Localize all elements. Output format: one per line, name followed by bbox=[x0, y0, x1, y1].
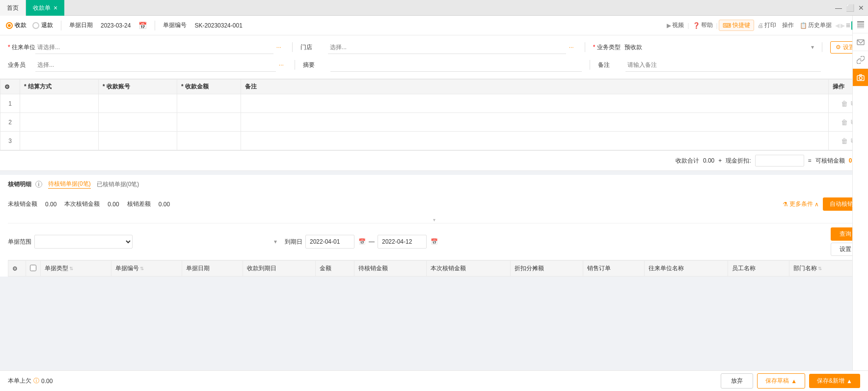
business-type-arrow[interactable]: ▾ bbox=[811, 44, 814, 51]
gear-icon[interactable]: ⚙ bbox=[4, 84, 10, 90]
account-input-1[interactable] bbox=[99, 94, 177, 112]
counterparty-input[interactable] bbox=[35, 40, 273, 54]
account-cell-1[interactable] bbox=[99, 94, 177, 113]
sidebar-table-icon[interactable] bbox=[853, 16, 868, 33]
calendar-icon[interactable]: 📅 bbox=[138, 22, 147, 29]
counterparty-dots[interactable]: ··· bbox=[273, 44, 284, 51]
note-cell-2[interactable] bbox=[241, 113, 829, 132]
sidebar-link-icon[interactable] bbox=[853, 51, 868, 69]
svg-rect-2 bbox=[857, 26, 864, 27]
note-input-1[interactable] bbox=[241, 94, 828, 112]
info-icon[interactable]: i bbox=[35, 181, 42, 188]
bill-label: 本单上欠 bbox=[8, 377, 31, 385]
account-cell-2[interactable] bbox=[99, 113, 177, 132]
date-to-input[interactable] bbox=[378, 235, 427, 249]
col-checkbox-bottom bbox=[26, 261, 41, 277]
save-btn[interactable]: 保存&新增 ▲ bbox=[809, 374, 860, 388]
video-btn[interactable]: ▶ 视频 bbox=[664, 20, 686, 30]
delete-icon-2[interactable]: 🗑 bbox=[841, 118, 848, 126]
salesperson-dots[interactable]: ··· bbox=[276, 61, 287, 68]
note-input-2[interactable] bbox=[241, 113, 828, 131]
tab-receipt[interactable]: 收款单 × bbox=[26, 0, 64, 16]
restore-icon[interactable]: ⬜ bbox=[846, 4, 854, 12]
table-row: 2 🗑 ⧉ bbox=[0, 113, 868, 132]
due-date-field: 到期日 📅 — 📅 bbox=[285, 235, 823, 249]
refund-radio[interactable]: 退款 bbox=[32, 21, 53, 29]
sidebar-camera-icon[interactable] bbox=[853, 69, 868, 86]
col-settlement-header: * 结算方式 bbox=[20, 80, 99, 94]
amount-cell-2[interactable] bbox=[177, 113, 241, 132]
window-close-icon[interactable]: ✕ bbox=[858, 4, 864, 12]
delete-icon-1[interactable]: 🗑 bbox=[841, 100, 848, 108]
summary-input[interactable] bbox=[330, 58, 582, 72]
date-label: 单据日期 bbox=[69, 21, 93, 29]
plus-sign: + bbox=[718, 157, 722, 164]
store-label: 门店 bbox=[300, 43, 328, 52]
sidebar-email-icon[interactable] bbox=[853, 33, 868, 51]
tab-home[interactable]: 首页 bbox=[0, 0, 26, 16]
print-btn[interactable]: 🖨 打印 bbox=[755, 20, 779, 30]
gear-icon-bottom[interactable]: ⚙ bbox=[12, 265, 18, 272]
shortcut-btn[interactable]: ⌨ 快捷键 bbox=[719, 20, 754, 31]
calendar-to-icon[interactable]: 📅 bbox=[431, 238, 438, 245]
note-cell-3[interactable] bbox=[241, 132, 829, 150]
receipt-radio[interactable]: 收款 bbox=[6, 21, 27, 29]
store-dots[interactable]: ··· bbox=[566, 44, 577, 51]
amount-input-3[interactable] bbox=[177, 132, 241, 150]
draft-btn[interactable]: 保存草稿 ▲ bbox=[757, 373, 805, 389]
settlement-cell-1[interactable] bbox=[20, 94, 99, 113]
date-from-input[interactable] bbox=[305, 235, 354, 249]
discount-input[interactable] bbox=[755, 155, 804, 167]
delete-icon-3[interactable]: 🗑 bbox=[841, 137, 848, 145]
amount-input-1[interactable] bbox=[177, 94, 241, 112]
note-cell-1[interactable] bbox=[241, 94, 829, 113]
settlement-cell-2[interactable] bbox=[20, 113, 99, 132]
help-btn[interactable]: ❓ 帮助 bbox=[690, 20, 715, 30]
minimize-icon[interactable]: — bbox=[835, 4, 842, 12]
col-amount-header: 金额 bbox=[316, 261, 354, 277]
pending-tab[interactable]: 待核销单据(0笔) bbox=[48, 180, 91, 189]
date-range-field: 单据范围 ▾ bbox=[8, 235, 277, 249]
note-field: 备注 bbox=[598, 58, 821, 72]
store-input[interactable] bbox=[328, 40, 566, 54]
date-range-label: 单据范围 bbox=[8, 238, 31, 246]
menu-icon[interactable]: ≡ bbox=[846, 21, 850, 30]
number-label: 单据编号 bbox=[163, 21, 187, 29]
amount-cell-1[interactable] bbox=[177, 94, 241, 113]
due-date-label: 到期日 bbox=[285, 238, 302, 246]
settlement-input-1[interactable] bbox=[20, 94, 98, 112]
select-all-checkbox[interactable] bbox=[30, 265, 36, 271]
bill-info-icon[interactable]: ⓘ bbox=[33, 377, 39, 385]
amount-cell-3[interactable] bbox=[177, 132, 241, 150]
account-cell-3[interactable] bbox=[99, 132, 177, 150]
date-range-select[interactable] bbox=[34, 235, 133, 249]
summary-row: 收款合计 0.00 + 现金折扣: = 可核销金额 0.00 bbox=[0, 150, 868, 171]
more-conditions-btn[interactable]: ⚗ 更多条件 ∧ bbox=[783, 200, 819, 208]
done-tab[interactable]: 已核销单据(0笔) bbox=[97, 180, 139, 189]
settlement-input-3[interactable] bbox=[20, 132, 98, 150]
video-label: 视频 bbox=[672, 21, 684, 29]
help-icon: ❓ bbox=[693, 22, 700, 29]
settlement-cell-3[interactable] bbox=[20, 132, 99, 150]
operation-btn[interactable]: 操作 bbox=[780, 20, 796, 30]
print-icon: 🖨 bbox=[758, 22, 763, 29]
abandon-btn[interactable]: 放弃 bbox=[721, 373, 753, 389]
unverified-label: 未核销金额 bbox=[8, 200, 37, 208]
calendar-from-icon[interactable]: 📅 bbox=[358, 238, 366, 245]
filter-icon: ⚗ bbox=[783, 201, 788, 208]
main-table: ⚙ * 结算方式 * 收款账号 * 收款金额 备注 操作 1 🗑 ⧉ bbox=[0, 79, 868, 150]
divider1 bbox=[61, 21, 61, 30]
field-sep3 bbox=[822, 42, 822, 52]
note-input-3[interactable] bbox=[241, 132, 828, 150]
col-type-header: 单据类型⇅ bbox=[41, 261, 111, 277]
note-input[interactable] bbox=[625, 58, 821, 72]
tab-close-icon[interactable]: × bbox=[54, 4, 57, 11]
account-input-2[interactable] bbox=[99, 113, 177, 131]
account-input-3[interactable] bbox=[99, 132, 177, 150]
field-sep2 bbox=[585, 42, 585, 52]
salesperson-input[interactable] bbox=[35, 58, 276, 72]
amount-input-2[interactable] bbox=[177, 113, 241, 131]
settlement-input-2[interactable] bbox=[20, 113, 98, 131]
history-btn[interactable]: 📋 历史单据 bbox=[797, 20, 834, 30]
svg-point-6 bbox=[859, 77, 862, 80]
